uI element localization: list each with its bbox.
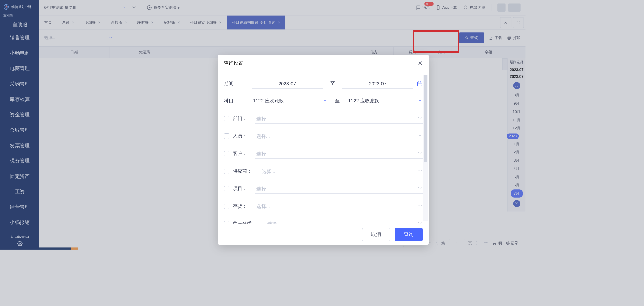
period-to-label: 至 <box>326 81 339 87</box>
chevron-down-icon[interactable]: ﹀ <box>418 186 423 192</box>
row-label: 人员： <box>233 133 252 139</box>
subject-to-label: 至 <box>331 98 344 104</box>
svg-rect-12 <box>417 82 422 86</box>
chevron-down-icon[interactable]: ﹀ <box>323 98 328 104</box>
dept-select[interactable] <box>255 114 418 123</box>
row-label: 项目： <box>233 186 252 192</box>
chevron-down-icon[interactable]: ﹀ <box>418 151 423 157</box>
chevron-down-icon[interactable]: ﹀ <box>418 98 423 104</box>
project-select[interactable] <box>255 184 418 193</box>
row-label: 往来分类： <box>233 221 263 224</box>
checkbox-dept[interactable] <box>224 116 229 121</box>
modal-close-button[interactable]: ✕ <box>418 60 423 67</box>
query-settings-modal: 查询设置 ✕ 期间： 至 科目： ﹀ 至 ﹀ 部门： ﹀ 人员： ﹀ <box>218 55 429 245</box>
subject-label: 科目： <box>224 98 248 104</box>
row-label: 客户： <box>233 151 252 157</box>
modal-header: 查询设置 ✕ <box>218 55 429 72</box>
period-from-input[interactable] <box>252 79 323 89</box>
period-to-input[interactable] <box>342 79 413 89</box>
subject-to-input[interactable] <box>347 96 415 106</box>
row-label: 存货： <box>233 203 252 209</box>
checkbox-project[interactable] <box>224 186 229 191</box>
chevron-down-icon[interactable]: ﹀ <box>418 168 423 174</box>
modal-body: 期间： 至 科目： ﹀ 至 ﹀ 部门： ﹀ 人员： ﹀ 客户： ﹀ <box>218 72 429 224</box>
checkbox-supplier[interactable] <box>224 169 229 174</box>
checkbox-customer[interactable] <box>224 151 229 156</box>
chevron-down-icon[interactable]: ﹀ <box>418 133 423 139</box>
checkbox-person[interactable] <box>224 133 229 139</box>
chevron-down-icon[interactable]: ﹀ <box>418 203 423 209</box>
ok-button[interactable]: 查询 <box>395 228 423 241</box>
modal-scrollbar[interactable] <box>423 75 428 221</box>
person-select[interactable] <box>255 131 418 141</box>
checkbox-category[interactable] <box>224 221 229 224</box>
scrollbar-thumb[interactable] <box>424 75 427 162</box>
customer-select[interactable] <box>255 149 418 158</box>
cancel-button[interactable]: 取消 <box>362 228 390 241</box>
checkbox-stock[interactable] <box>224 204 229 209</box>
chevron-down-icon[interactable]: ﹀ <box>418 116 423 122</box>
row-label: 供应商： <box>233 168 257 174</box>
period-label: 期间： <box>224 81 248 87</box>
row-label: 部门： <box>233 116 252 122</box>
supplier-select[interactable] <box>260 166 418 176</box>
subject-from-input[interactable] <box>252 96 319 106</box>
category-select[interactable] <box>266 219 418 224</box>
stock-select[interactable] <box>255 202 418 211</box>
modal-footer: 取消 查询 <box>218 224 429 245</box>
calendar-icon[interactable] <box>417 81 423 87</box>
chevron-down-icon[interactable]: ﹀ <box>418 221 423 224</box>
modal-title: 查询设置 <box>224 60 243 66</box>
